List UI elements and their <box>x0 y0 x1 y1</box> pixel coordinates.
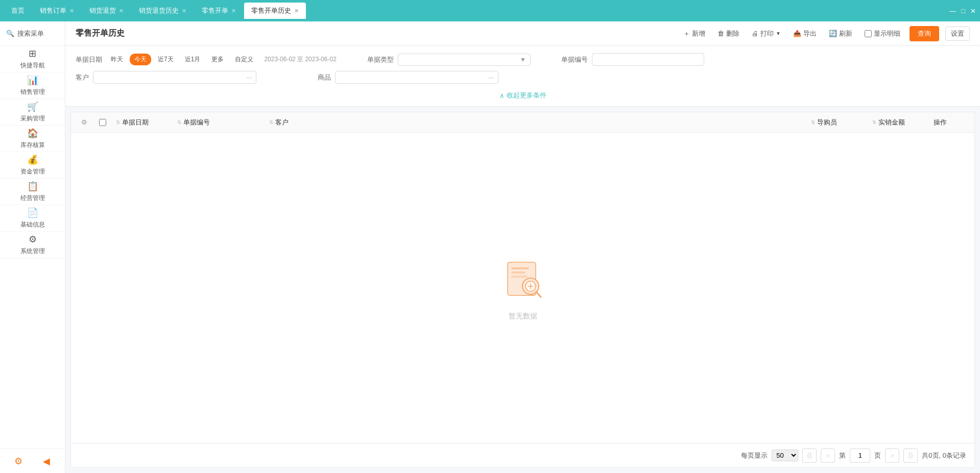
tab-retail-history-close[interactable]: ✕ <box>294 8 299 14</box>
date-btn-last7[interactable]: 近7天 <box>153 54 178 65</box>
settings-label: 设置 <box>951 29 964 38</box>
close-btn[interactable]: ✕ <box>970 7 976 15</box>
sidebar-item-purchase-mgmt[interactable]: 🛒 采购管理 <box>0 99 65 126</box>
empty-illustration <box>497 255 548 306</box>
sidebar-item-ops-mgmt[interactable]: 📋 经营管理 <box>0 179 65 205</box>
print-arrow-icon: ▼ <box>776 31 781 36</box>
date-btn-more[interactable]: 更多 <box>207 54 228 65</box>
customer-text-input[interactable] <box>98 73 246 81</box>
date-btn-custom[interactable]: 自定义 <box>230 54 258 65</box>
tab-sales-return[interactable]: 销货退货 ✕ <box>82 3 131 19</box>
table-settings-btn[interactable]: ⚙ <box>75 118 93 126</box>
query-label: 查询 <box>918 29 931 38</box>
first-page-btn[interactable]: ⟨⟨ <box>802 449 817 463</box>
tab-sales-return-label: 销货退货 <box>89 6 116 15</box>
maximize-btn[interactable]: □ <box>961 7 965 15</box>
tab-retail-history[interactable]: 零售开单历史 ✕ <box>244 3 306 19</box>
tab-retail-open[interactable]: 零售开单 ✕ <box>195 3 243 19</box>
doc-num-input[interactable] <box>592 53 704 66</box>
date-btn-yesterday[interactable]: 昨天 <box>106 54 128 65</box>
sidebar-item-inventory[interactable]: 🏠 库存核算 <box>0 126 65 152</box>
sidebar-item-quick-nav[interactable]: ⊞ 快捷导航 <box>0 46 65 72</box>
tab-sales-order[interactable]: 销售订单 ✕ <box>33 3 81 19</box>
th-amount[interactable]: ⇅ 实销金额 <box>868 118 929 127</box>
th-date-sort-icon: ⇅ <box>116 119 120 125</box>
next-page-btn[interactable]: ＞ <box>885 449 899 463</box>
date-range-display: 2023-06-02 至 2023-06-02 <box>264 55 336 64</box>
goods-dots-icon: ··· <box>488 73 494 81</box>
print-button[interactable]: 🖨 打印 ▼ <box>749 27 784 40</box>
th-customer[interactable]: ⇅ 客户 <box>265 118 807 127</box>
inventory-icon: 🏠 <box>27 128 38 139</box>
show-detail-checkbox[interactable] <box>865 30 872 37</box>
select-all-checkbox[interactable] <box>99 119 106 126</box>
svg-rect-3 <box>511 276 528 278</box>
sidebar-item-sys-mgmt[interactable]: ⚙ 系统管理 <box>0 232 65 258</box>
th-num[interactable]: ⇅ 单据编号 <box>173 118 265 127</box>
print-label: 打印 <box>760 29 774 38</box>
delete-button[interactable]: 🗑 删除 <box>714 27 743 40</box>
delete-label: 删除 <box>726 29 739 38</box>
sidebar-item-sales-mgmt-label: 销售管理 <box>20 88 45 96</box>
doc-type-select[interactable]: ▼ <box>398 54 531 66</box>
tab-sales-order-close[interactable]: ✕ <box>69 8 74 14</box>
tab-sales-return-history-label: 销货退货历史 <box>139 6 179 15</box>
show-detail-checkbox-area[interactable]: 显示明细 <box>862 27 903 40</box>
goods-input[interactable]: ··· <box>335 71 498 84</box>
filter-date: 单据日期 昨天 今天 近7天 近1月 更多 自定义 2023-06-02 至 2… <box>76 54 337 65</box>
page-number-input[interactable] <box>850 449 870 463</box>
content-area: 零售开单历史 ＋ 新增 🗑 删除 🖨 打印 ▼ 📤 导出 <box>65 21 980 473</box>
goods-text-input[interactable] <box>340 73 488 81</box>
per-page-label: 每页显示 <box>741 451 768 460</box>
th-ops: 操作 <box>929 118 970 127</box>
table-select-all[interactable] <box>93 119 112 126</box>
page-header: 零售开单历史 ＋ 新增 🗑 删除 🖨 打印 ▼ 📤 导出 <box>65 21 980 46</box>
refresh-icon: 🔄 <box>829 30 837 37</box>
tab-sales-return-close[interactable]: ✕ <box>119 8 124 14</box>
sidebar-search[interactable]: 🔍 搜索采单 <box>0 21 65 46</box>
sidebar-bottom: ⚙ ◀ <box>0 449 65 473</box>
add-button[interactable]: ＋ 新增 <box>680 27 708 40</box>
filter-goods-label: 商品 <box>318 73 331 82</box>
th-salesperson-sort-icon: ⇅ <box>811 119 815 125</box>
th-amount-label: 实销金额 <box>878 118 905 127</box>
tab-home[interactable]: 首页 <box>4 3 32 19</box>
total-count-text: 共0页, 0条记录 <box>922 451 966 460</box>
per-page-select[interactable]: 50 10 20 100 <box>772 450 798 461</box>
sidebar-item-sales-mgmt[interactable]: 📊 销售管理 <box>0 72 65 99</box>
export-label: 导出 <box>803 29 817 38</box>
settings-button[interactable]: 设置 <box>945 27 970 41</box>
th-salesperson[interactable]: ⇅ 导购员 <box>807 118 868 127</box>
date-btn-today[interactable]: 今天 <box>130 54 151 65</box>
basic-info-icon: 📄 <box>27 207 38 218</box>
refresh-label: 刷新 <box>839 29 852 38</box>
collapse-sidebar-btn[interactable]: ◀ <box>38 453 55 469</box>
th-date[interactable]: ⇅ 单据日期 <box>112 118 173 127</box>
tab-retail-open-close[interactable]: ✕ <box>231 8 236 14</box>
filter-customer: 客户 ··· <box>76 71 256 84</box>
last-page-btn[interactable]: ⟩⟩ <box>903 449 918 463</box>
customer-input[interactable]: ··· <box>93 71 256 84</box>
export-button[interactable]: 📤 导出 <box>790 27 820 40</box>
settings-bottom-btn[interactable]: ⚙ <box>10 453 27 469</box>
th-customer-label: 客户 <box>275 118 289 127</box>
table-header: ⚙ ⇅ 单据日期 ⇅ 单据编号 ⇅ 客户 ⇅ 导购员 <box>71 112 974 133</box>
refresh-button[interactable]: 🔄 刷新 <box>826 27 855 40</box>
collapse-filter-btn[interactable]: ∧ 收起更多条件 <box>499 89 546 102</box>
th-num-sort-icon: ⇅ <box>177 119 181 125</box>
collapse-label: 收起更多条件 <box>507 91 546 100</box>
prev-page-btn[interactable]: ＜ <box>821 449 835 463</box>
toolbar: ＋ 新增 🗑 删除 🖨 打印 ▼ 📤 导出 🔄 <box>680 26 970 41</box>
export-icon: 📤 <box>793 30 801 37</box>
sidebar-item-finance[interactable]: 💰 资金管理 <box>0 152 65 179</box>
date-btn-last-month[interactable]: 近1月 <box>180 54 205 65</box>
query-button[interactable]: 查询 <box>910 26 939 41</box>
sidebar-search-label: 搜索采单 <box>17 29 44 38</box>
doc-num-text-input[interactable] <box>596 56 700 63</box>
minimize-btn[interactable]: — <box>949 7 956 15</box>
filter-doc-type-label: 单据类型 <box>367 55 394 64</box>
tab-sales-return-history-close[interactable]: ✕ <box>182 8 186 14</box>
th-ops-label: 操作 <box>934 118 947 127</box>
sidebar-item-basic-info[interactable]: 📄 基础信息 <box>0 205 65 232</box>
tab-sales-return-history[interactable]: 销货退货历史 ✕ <box>132 3 194 19</box>
